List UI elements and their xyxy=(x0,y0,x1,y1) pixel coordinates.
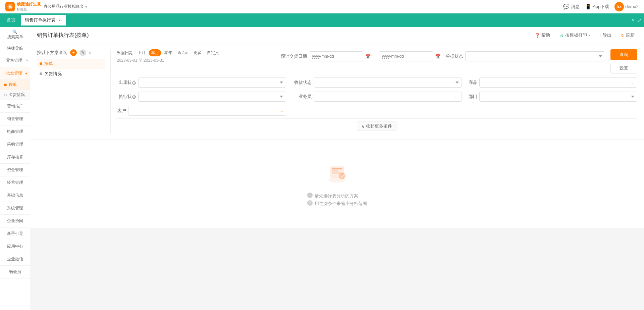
goods-picker[interactable]: ··· xyxy=(479,78,637,88)
user-avatar[interactable]: Ea demo2 xyxy=(614,2,639,11)
outbound-label: 出库状态 xyxy=(116,80,136,86)
tab-home[interactable]: 首页 xyxy=(3,15,19,25)
sidebar-item-system[interactable]: 系统管理 xyxy=(0,202,30,215)
sidebar-item-operations[interactable]: 经营管理 xyxy=(0,176,30,189)
filter-row-1: 单据日期 上月 本月 本年 近7天 更多 自定义 xyxy=(116,49,637,73)
goods-more-icon[interactable]: ··· xyxy=(631,80,634,85)
help-button[interactable]: ❓ 帮助 xyxy=(532,31,553,40)
sidebar-item-purchase[interactable]: 采购管理 xyxy=(0,138,30,151)
sidebar-item-search-menu[interactable]: 🔍 搜索菜单 xyxy=(0,27,30,43)
empty-tip-2: 2 用过滤条件来缩小分析范围 xyxy=(307,200,367,207)
customer-picker[interactable]: ··· xyxy=(128,106,286,116)
print-button[interactable]: 🖨 按模板打印 ▾ xyxy=(557,31,593,40)
filter-scheme-item-欠货情况[interactable]: 欠货情况 xyxy=(37,69,105,79)
query-button[interactable]: 查询 xyxy=(610,49,637,60)
print-dropdown-icon[interactable]: ▾ xyxy=(588,34,590,37)
sidebar-item-marketing[interactable]: 营销推广 xyxy=(0,100,30,113)
status-select[interactable] xyxy=(465,51,605,61)
exec-select[interactable] xyxy=(138,92,286,102)
message-button[interactable]: 💬 消息 xyxy=(563,4,580,10)
settings-button[interactable]: 设置 xyxy=(610,63,637,73)
filter-field-exec: 执行状态 xyxy=(116,92,286,102)
collapse-caret-icon: ∧ xyxy=(361,124,365,129)
calendar-end-icon[interactable]: 📅 xyxy=(435,54,440,59)
tab-close-icon[interactable]: × xyxy=(57,18,62,22)
filter-field-expected-date: 预计交货日期 📅 — 📅 xyxy=(281,49,440,63)
active-scheme-dot xyxy=(40,62,42,65)
circle-icon xyxy=(4,94,7,96)
svg-point-7 xyxy=(339,172,345,179)
filter-field-dept: 部门 xyxy=(467,92,637,102)
outbound-select[interactable] xyxy=(138,78,286,88)
status-label: 单据状态 xyxy=(446,53,463,59)
filter-row-2: 出库状态 收款状态 商品 ··· xyxy=(116,78,637,88)
close-window-icon[interactable]: × xyxy=(631,17,634,23)
date-field-label: 单据日期 xyxy=(116,50,133,56)
refresh-button[interactable]: ↻ 刷新 xyxy=(618,31,637,40)
expected-date-start-input[interactable] xyxy=(309,51,363,61)
tab-sales-order[interactable]: 销售订单执行表 × xyxy=(21,15,66,25)
help-icon: ❓ xyxy=(535,33,540,38)
sidebar-item-guide[interactable]: 新手引导 xyxy=(0,227,30,240)
breadcrumb-arrow-icon[interactable]: ▾ xyxy=(85,4,87,9)
date-field-label-row: 单据日期 上月 本月 本年 近7天 更多 自定义 xyxy=(116,49,221,56)
salesperson-label: 业务员 xyxy=(291,94,312,100)
maximize-icon[interactable]: ⤢ xyxy=(637,17,641,23)
date-tab-last7[interactable]: 近7天 xyxy=(176,49,190,56)
receipt-label: 收款状态 xyxy=(291,80,312,86)
sidebar-item-finance[interactable]: 资金管理 xyxy=(0,164,30,176)
sidebar-item-apps[interactable]: 应用中心 xyxy=(0,240,30,253)
date-tab-custom[interactable]: 自定义 xyxy=(205,49,221,56)
export-icon: ↑ xyxy=(599,33,602,38)
sidebar: 🔍 搜索菜单 快捷导航 零售管理 ▸ 批发管理 ▾ 按单 欠货情况 营销推广 销… xyxy=(0,27,30,310)
app-download-button[interactable]: 📱 App下载 xyxy=(585,4,609,10)
dept-label: 部门 xyxy=(467,94,477,100)
search-icon: 🔍 xyxy=(12,30,17,34)
export-button[interactable]: ↑ 导出 xyxy=(597,31,614,40)
date-tab-last-month[interactable]: 上月 xyxy=(136,49,148,56)
date-tabs: 上月 本月 本年 近7天 更多 自定义 xyxy=(136,49,221,56)
filter-panel-label: 按以下方案查询 xyxy=(37,50,67,56)
sidebar-item-sales[interactable]: 销售管理 xyxy=(0,113,30,125)
filter-field-receipt: 收款状态 xyxy=(291,78,462,88)
sidebar-item-retail[interactable]: 零售管理 ▸ xyxy=(0,54,30,67)
sidebar-item-ecommerce[interactable]: 电商管理 xyxy=(0,125,30,138)
top-bar-left: 畅 畅捷通好生意 标准版 办公用品行业模拟账套 ▾ xyxy=(5,1,87,12)
date-tab-current-month[interactable]: 本月 xyxy=(149,49,161,56)
inactive-scheme-dot xyxy=(40,72,42,75)
salesperson-picker[interactable]: ··· xyxy=(314,92,462,102)
sidebar-sub-item-欠货情况[interactable]: 欠货情况 xyxy=(0,90,30,100)
filter-scheme-item-按单[interactable]: 按单 xyxy=(37,59,105,69)
filter-field-date: 单据日期 上月 本月 本年 近7天 更多 自定义 xyxy=(116,49,275,63)
customer-more-icon[interactable]: ··· xyxy=(279,108,283,113)
calendar-start-icon[interactable]: 📅 xyxy=(365,54,371,59)
sidebar-item-inventory[interactable]: 库存核算 xyxy=(0,151,30,164)
date-separator: — xyxy=(373,54,377,59)
print-icon: 🖨 xyxy=(559,33,564,38)
salesperson-more-icon[interactable]: ··· xyxy=(455,94,459,99)
expected-date-end-input[interactable] xyxy=(379,51,433,61)
logo-text: 畅捷通好生意 标准版 xyxy=(17,1,41,12)
receipt-select[interactable] xyxy=(314,78,462,88)
sidebar-item-corp[interactable]: 企业协同 xyxy=(0,215,30,227)
sidebar-item-member[interactable]: 畅会员 xyxy=(0,266,30,278)
tip-num-2: 2 xyxy=(307,200,313,206)
sidebar-item-basic[interactable]: 基础信息 xyxy=(0,189,30,202)
phone-icon: 📱 xyxy=(585,4,591,10)
collapse-button[interactable]: ∧ 收起更多条件 xyxy=(357,121,396,131)
date-tab-current-year[interactable]: 本年 xyxy=(162,49,174,56)
sidebar-sub-item-按单[interactable]: 按单 xyxy=(0,80,30,90)
dept-select[interactable] xyxy=(479,92,637,102)
sidebar-item-wechat[interactable]: 企业微信 xyxy=(0,253,30,266)
page-actions: ❓ 帮助 🖨 按模板打印 ▾ ↑ 导出 ↻ 刷新 xyxy=(532,31,638,40)
svg-rect-6 xyxy=(332,172,340,173)
sidebar-item-wholesale[interactable]: 批发管理 ▾ xyxy=(0,67,30,80)
breadcrumb-text: 办公用品行业模拟账套 xyxy=(44,4,84,9)
sidebar-item-quick-nav[interactable]: 快捷导航 xyxy=(0,43,30,54)
message-icon: 💬 xyxy=(563,4,570,10)
collapse-left-panel-button[interactable]: « xyxy=(89,50,92,55)
add-scheme-button[interactable]: + xyxy=(70,49,77,56)
exec-label: 执行状态 xyxy=(116,94,136,100)
date-tab-more[interactable]: 更多 xyxy=(192,49,204,56)
edit-scheme-button[interactable]: ✎ xyxy=(79,49,86,56)
